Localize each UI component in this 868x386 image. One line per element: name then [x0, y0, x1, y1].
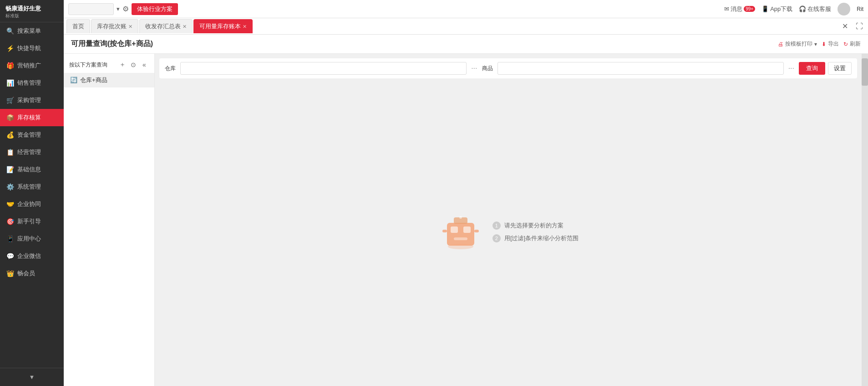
sidebar-item-quick-nav[interactable]: ⚡ 快捷导航 [0, 40, 64, 57]
collapse-panel-btn[interactable]: « [140, 60, 149, 69]
goods-more-btn[interactable]: ··· [788, 64, 794, 72]
empty-illustration [438, 209, 483, 255]
left-panel-title: 按以下方案查询 [69, 61, 107, 69]
sidebar-item-finance[interactable]: 💰 资金管理 [0, 126, 64, 144]
sidebar-item-marketing[interactable]: 🎁 营销推广 [0, 57, 64, 74]
export-btn[interactable]: ⬇ 导出 [822, 40, 839, 48]
experience-btn[interactable]: 体验行业方案 [132, 3, 178, 15]
svg-rect-4 [442, 230, 447, 232]
phone-icon: 📱 [761, 5, 769, 12]
tab-available-ledger[interactable]: 可用量库存账本 ✕ [193, 19, 253, 33]
hint-number-2: 2 [492, 234, 501, 242]
tab-available-ledger-close[interactable]: ✕ [243, 24, 247, 30]
scheme-icon: 🔄 [70, 77, 77, 84]
dropdown-btn[interactable]: ▾ [117, 3, 120, 15]
crown-icon: 👑 [6, 270, 14, 277]
left-panel-action-btns: ＋ ⊙ « [118, 60, 149, 69]
search-icon: 🔍 [6, 27, 14, 35]
warehouse-more-btn[interactable]: ··· [471, 64, 477, 72]
money-icon: 💰 [6, 131, 14, 139]
main-area: ▾ ⚙ 体验行业方案 ✉ 消息 99+ 📱 App下载 🎧 在线客服 Rit [64, 0, 868, 386]
target-icon: 🎯 [6, 218, 14, 225]
settings-icon[interactable]: ⚙ [122, 3, 129, 15]
refresh-btn[interactable]: ↻ 刷新 [843, 40, 861, 48]
tab-receive-summary-label: 收发存汇总表 [145, 22, 181, 31]
sidebar-item-label: 畅会员 [17, 269, 35, 278]
sidebar-item-label: 企业微信 [17, 252, 41, 260]
message-btn[interactable]: ✉ 消息 99+ [724, 5, 755, 13]
tab-batch-ledger-close[interactable]: ✕ [128, 24, 132, 30]
svg-rect-5 [474, 230, 479, 232]
tab-available-ledger-label: 可用量库存账本 [199, 22, 241, 31]
message-badge: 99+ [744, 6, 755, 12]
sidebar-item-label: 销售管理 [17, 79, 41, 87]
message-label: 消息 [731, 5, 742, 13]
sidebar-item-member[interactable]: 👑 畅会员 [0, 265, 64, 282]
scheme-label: 仓库+商品 [80, 76, 107, 84]
sidebar-item-inventory[interactable]: 📦 库存核算 [0, 109, 64, 126]
sidebar-item-label: 企业协同 [17, 200, 41, 208]
svg-point-7 [459, 216, 462, 219]
print-btn[interactable]: 🖨 按模板打印 ▾ [778, 40, 817, 48]
online-service-btn[interactable]: 🎧 在线客服 [799, 5, 831, 13]
tab-receive-summary[interactable]: 收发存汇总表 ✕ [139, 19, 193, 33]
tab-close-all-btn[interactable]: ✕ [839, 21, 851, 32]
svg-rect-0 [447, 223, 474, 246]
hint-number-1: 1 [492, 221, 501, 230]
sidebar-item-app-center[interactable]: 📱 应用中心 [0, 230, 64, 247]
scheme-warehouse-goods[interactable]: 🔄 仓库+商品 [64, 73, 154, 87]
topbar: ▾ ⚙ 体验行业方案 ✉ 消息 99+ 📱 App下载 🎧 在线客服 Rit [64, 0, 868, 18]
query-btn[interactable]: 查询 [799, 62, 825, 75]
sidebar-item-operations[interactable]: 📋 经营管理 [0, 144, 64, 161]
right-panel: 仓库 ··· 商品 ··· 查询 设置 [155, 54, 862, 386]
sidebar-item-label: 快捷导航 [17, 44, 41, 52]
sidebar-item-label: 应用中心 [17, 235, 41, 243]
empty-state: 1 请先选择要分析的方案 2 用[过滤]条件来缩小分析范围 [159, 82, 857, 381]
left-panel-header: 按以下方案查询 ＋ ⊙ « [64, 58, 154, 73]
sidebar-item-search[interactable]: 🔍 搜索菜单 [0, 22, 64, 40]
sidebar-item-label: 经营管理 [17, 148, 41, 156]
gear-icon: ⚙️ [6, 183, 14, 190]
tab-expand-btn[interactable]: ⛶ [853, 21, 865, 32]
cart-icon: 🛒 [6, 97, 14, 104]
scrollbar-thumb [862, 58, 868, 86]
warehouse-input[interactable] [180, 62, 467, 75]
sidebar-item-purchase[interactable]: 🛒 采购管理 [0, 92, 64, 109]
svg-rect-3 [454, 237, 467, 240]
username: Rit [857, 6, 863, 12]
sidebar-item-cooperation[interactable]: 🤝 企业协同 [0, 196, 64, 213]
sidebar-item-label: 库存核算 [17, 113, 41, 122]
sidebar-item-guide[interactable]: 🎯 新手引导 [0, 213, 64, 230]
add-scheme-btn[interactable]: ＋ [118, 60, 127, 69]
right-scrollbar[interactable] [862, 54, 868, 386]
sidebar-logo: 畅康通好生意 标准版 [0, 0, 64, 22]
tab-receive-summary-close[interactable]: ✕ [183, 24, 187, 30]
sidebar-bottom: ▼ [0, 368, 64, 386]
scroll-down-btn[interactable]: ▼ [0, 372, 64, 382]
sidebar-item-label: 新手引导 [17, 217, 41, 226]
refresh-label: 刷新 [850, 40, 861, 48]
tab-actions: ✕ ⛶ [839, 21, 865, 32]
sidebar-item-wechat[interactable]: 💬 企业微信 [0, 247, 64, 265]
message-icon: ✉ [724, 5, 729, 12]
svg-point-8 [448, 244, 473, 249]
goods-input[interactable] [497, 62, 784, 75]
svg-rect-1 [451, 226, 458, 233]
sidebar-item-sales[interactable]: 📊 销售管理 [0, 74, 64, 92]
print-dropdown-icon: ▾ [814, 41, 817, 47]
hint-text-2: 用[过滤]条件来缩小分析范围 [504, 234, 579, 242]
app-download-label: App下载 [770, 5, 792, 13]
app-version: 标准版 [5, 13, 58, 19]
tab-home[interactable]: 首页 [66, 19, 90, 33]
app-download-btn[interactable]: 📱 App下载 [761, 5, 792, 13]
tab-batch-ledger[interactable]: 库存批次账 ✕ [91, 19, 138, 33]
lightning-icon: ⚡ [6, 45, 14, 52]
setting-btn[interactable]: 设置 [828, 62, 852, 75]
scheme-settings-btn[interactable]: ⊙ [129, 60, 138, 69]
sidebar-item-system[interactable]: ⚙️ 系统管理 [0, 178, 64, 196]
online-service-label: 在线客服 [807, 5, 831, 13]
sidebar-item-label: 采购管理 [17, 96, 41, 104]
search-input[interactable] [68, 3, 114, 15]
sidebar-item-basic-info[interactable]: 📝 基础信息 [0, 161, 64, 178]
topbar-left: ▾ ⚙ 体验行业方案 [68, 3, 178, 15]
